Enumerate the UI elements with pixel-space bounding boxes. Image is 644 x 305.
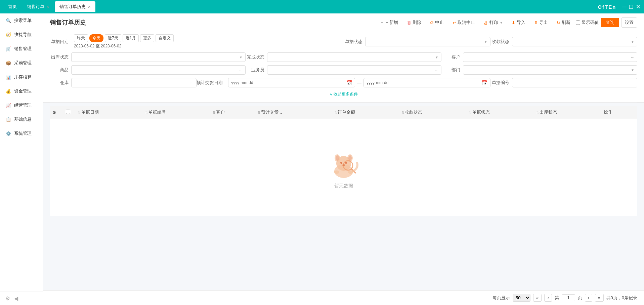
sidebar-item-biz-mgmt-label: 经营管理 — [14, 102, 32, 108]
last-page-button[interactable]: » — [595, 294, 603, 302]
th-out-status[interactable]: ⇅ 出库状态 — [533, 106, 601, 119]
print-dropdown-icon: ▼ — [500, 21, 503, 25]
close-window-icon[interactable]: ✕ — [636, 3, 641, 10]
import-button[interactable]: ⬇ 导入 — [508, 18, 529, 27]
sidebar-item-base-info[interactable]: 📋 基础信息 — [0, 112, 43, 126]
per-page-label: 每页显示 — [492, 295, 510, 301]
per-page-select[interactable]: 50 10 20 100 — [513, 294, 530, 302]
delete-icon: 🗑 — [407, 20, 411, 25]
doc-status-label: 单据状态 — [344, 39, 362, 45]
stop-icon: ⊘ — [430, 20, 434, 25]
svg-point-5 — [348, 155, 352, 161]
payment-status-arrow: ▼ — [631, 40, 634, 44]
th-doc-status[interactable]: ⇅ 单据状态 — [466, 106, 533, 119]
sidebar-item-biz-mgmt[interactable]: 📈 经营管理 — [0, 98, 43, 112]
complete-status-control[interactable]: ▼ — [267, 52, 441, 62]
stop-button[interactable]: ⊘ 中止 — [427, 18, 447, 27]
date-custom-btn[interactable]: 自定义 — [156, 34, 174, 42]
th-customer[interactable]: ⇅ 客户 — [210, 106, 255, 119]
maximize-icon[interactable]: □ — [629, 3, 633, 10]
page-number-input[interactable] — [562, 294, 575, 301]
filter-doc-no: 单据编号 — [490, 78, 637, 87]
doc-no-label: 单据编号 — [490, 80, 509, 86]
delivery-date-from-input[interactable] — [231, 80, 345, 85]
goods-control[interactable]: ··· — [71, 65, 246, 75]
payment-status-label: 收款状态 — [490, 39, 509, 45]
table-area: ⚙ ⇅ 单据日期 ⇅ — [43, 103, 644, 290]
svg-point-9 — [345, 162, 347, 164]
tab-home-label: 首页 — [8, 4, 17, 10]
show-cols-checkbox-wrap[interactable]: 显示码值 — [576, 20, 599, 26]
delivery-date-to-input[interactable] — [367, 80, 480, 85]
sidebar-item-inventory[interactable]: 📊 库存核算 — [0, 70, 43, 84]
export-icon: ⬆ — [534, 20, 538, 25]
th-doc-date[interactable]: ⇅ 单据日期 — [75, 106, 142, 119]
sidebar-item-sys-mgmt[interactable]: ⚙️ 系统管理 — [0, 126, 43, 141]
cancel-stop-button[interactable]: ↩ 取消中止 — [449, 18, 478, 27]
brand-label: OfTEn — [598, 4, 616, 10]
date-today-btn[interactable]: 今天 — [89, 34, 103, 42]
refresh-button[interactable]: ↻ 刷新 — [553, 18, 574, 27]
sidebar-gear-icon[interactable]: ⚙ — [5, 295, 10, 302]
th-checkbox[interactable] — [63, 106, 75, 119]
date-1month-btn[interactable]: 近1月 — [123, 34, 139, 42]
sidebar: 🔍 搜索菜单 🧭 快捷导航 🛒 销售管理 📦 采购管理 📊 库存核算 💰 资金管… — [0, 13, 43, 305]
tab-sales-order[interactable]: 销售订单 ✕ — [22, 1, 54, 12]
export-button[interactable]: ⬆ 导出 — [531, 18, 551, 27]
sidebar-item-fund-mgmt[interactable]: 💰 资金管理 — [0, 84, 43, 98]
delivery-date-to-control[interactable]: 📅 — [363, 78, 490, 87]
doc-status-arrow: ▼ — [484, 40, 487, 44]
date-yesterday-btn[interactable]: 昨天 — [74, 34, 88, 42]
doc-no-input[interactable] — [515, 80, 634, 85]
tab-sales-order-history-close[interactable]: ✕ — [88, 5, 91, 9]
print-button[interactable]: 🖨 打印 ▼ — [480, 18, 506, 27]
salesman-control[interactable]: ··· — [267, 65, 441, 75]
tab-home[interactable]: 首页 — [3, 1, 22, 12]
th-delivery-date[interactable]: ⇅ 预计交货... — [255, 106, 332, 119]
sidebar-item-quick-nav[interactable]: 🧭 快捷导航 — [0, 28, 43, 42]
dept-control[interactable]: ▼ — [463, 65, 637, 75]
sidebar-item-sales-mgmt[interactable]: 🛒 销售管理 — [0, 42, 43, 56]
warehouse-control[interactable]: ··· — [71, 78, 197, 87]
sidebar-item-purchase-mgmt-label: 采购管理 — [14, 60, 32, 66]
new-icon: ＋ — [380, 20, 384, 26]
coin-icon: 💰 — [5, 88, 11, 94]
select-all-checkbox[interactable] — [66, 110, 70, 114]
prev-page-button[interactable]: ‹ — [544, 294, 552, 302]
customer-control[interactable]: ··· — [463, 52, 637, 62]
minimize-icon[interactable]: ─ — [622, 3, 627, 10]
date-range-dash: — — [357, 80, 361, 85]
svg-point-10 — [342, 164, 345, 166]
sidebar-item-purchase-mgmt[interactable]: 📦 采购管理 — [0, 56, 43, 70]
sidebar-item-fund-mgmt-label: 资金管理 — [14, 88, 32, 94]
refresh-icon: ↻ — [557, 20, 560, 25]
collapse-row[interactable]: ∧ 收起更多条件 — [50, 90, 637, 99]
th-order-amount[interactable]: ⇅ 订单金额 — [332, 106, 399, 119]
settings-button[interactable]: 设置 — [621, 17, 637, 28]
first-page-button[interactable]: « — [533, 294, 542, 302]
sidebar-collapse-icon[interactable]: ◀ — [14, 295, 18, 302]
delivery-date-from-control[interactable]: 📅 — [228, 78, 355, 87]
doc-status-control[interactable]: ▼ — [365, 37, 490, 46]
th-settings[interactable]: ⚙ — [50, 106, 63, 119]
next-page-button[interactable]: › — [585, 294, 592, 302]
date-7days-btn[interactable]: 近7天 — [105, 34, 121, 42]
th-payment-status[interactable]: ⇅ 收款状态 — [399, 106, 466, 119]
doc-no-control[interactable] — [512, 78, 637, 87]
new-button[interactable]: ＋ + 新增 — [377, 18, 401, 27]
out-status-control[interactable]: ▼ — [71, 52, 246, 62]
sidebar-item-base-info-label: 基础信息 — [14, 116, 32, 122]
goods-label: 商品 — [50, 67, 69, 73]
filter-date: 单据日期 昨天 今天 近7天 近1月 更多 自定义 2023-06-02 至 2… — [50, 34, 344, 49]
tab-sales-order-history[interactable]: 销售订单历史 ✕ — [55, 1, 95, 12]
date-more-btn[interactable]: 更多 — [140, 34, 154, 42]
query-button[interactable]: 查询 — [601, 18, 619, 27]
sidebar-item-sys-mgmt-label: 系统管理 — [14, 130, 32, 137]
payment-status-control[interactable]: ▼ — [512, 37, 637, 46]
delete-button[interactable]: 🗑 删除 — [403, 18, 425, 27]
show-cols-checkbox[interactable] — [576, 21, 580, 25]
warehouse-label: 仓库 — [50, 80, 69, 86]
th-doc-no[interactable]: ⇅ 单据编号 — [142, 106, 210, 119]
sidebar-item-search-menu[interactable]: 🔍 搜索菜单 — [0, 13, 43, 28]
tab-sales-order-close[interactable]: ✕ — [46, 5, 49, 9]
